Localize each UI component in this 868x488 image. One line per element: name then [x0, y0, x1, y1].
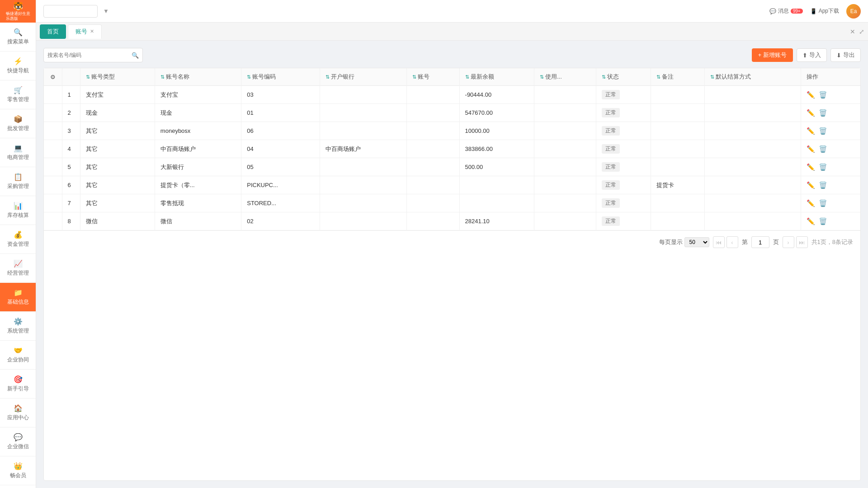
col-default-settle[interactable]: ⇅默认结算方式 — [704, 68, 801, 86]
accounts-table: ⚙ ⇅账号类型 ⇅账号名称 ⇅账号编码 ⇅开户银行 ⇅账号 ⇅最新余额 ⇅使用.… — [44, 68, 860, 230]
sidebar-item-label: 应用中心 — [7, 414, 29, 422]
row-account-code: 02 — [241, 212, 320, 230]
tab-right-actions: ✕ ⤢ — [850, 28, 864, 35]
row-account-code: 05 — [241, 158, 320, 176]
sidebar-item-label: 系统管理 — [7, 327, 29, 335]
header-search-input[interactable] — [43, 5, 98, 18]
user-avatar[interactable]: Ea — [846, 4, 861, 19]
export-button[interactable]: ⬇ 导出 — [830, 48, 861, 62]
sidebar-item-label: 基础信息 — [7, 298, 29, 306]
col-usage[interactable]: ⇅使用... — [534, 68, 596, 86]
header-left: ▼ — [43, 5, 109, 18]
edit-icon[interactable]: ✏️ — [807, 91, 815, 99]
edit-icon[interactable]: ✏️ — [807, 109, 815, 117]
row-remark — [651, 212, 704, 230]
sidebar-item-retail-mgmt[interactable]: 🛒 零售管理 — [0, 80, 36, 109]
dropdown-arrow-icon[interactable]: ▼ — [103, 8, 109, 14]
delete-icon[interactable]: 🗑️ — [819, 127, 827, 135]
last-page-button[interactable]: ⏭ — [796, 236, 808, 248]
row-action: ✏️ 🗑️ — [801, 212, 860, 230]
sidebar-item-basic-info[interactable]: 📁 基础信息 — [0, 283, 36, 312]
tab-account[interactable]: 账号 ✕ — [68, 24, 102, 39]
message-button[interactable]: 💬 消息 99+ — [769, 7, 803, 15]
edit-icon[interactable]: ✏️ — [807, 199, 815, 207]
sidebar-item-app-center[interactable]: 🏠 应用中心 — [0, 399, 36, 427]
page-word: 第 — [742, 238, 748, 246]
sidebar-item-label: 新手引导 — [7, 385, 29, 393]
status-badge: 正常 — [602, 162, 620, 172]
tab-close-all-icon[interactable]: ✕ — [850, 28, 855, 35]
message-badge: 99+ — [791, 9, 803, 14]
sidebar-item-quick-nav[interactable]: ⚡ 快捷导航 — [0, 52, 36, 80]
tab-home[interactable]: 首页 — [40, 24, 66, 39]
sidebar-item-new-guide[interactable]: 🎯 新手引导 — [0, 370, 36, 399]
row-num: 8 — [62, 212, 80, 230]
edit-icon[interactable]: ✏️ — [807, 163, 815, 171]
delete-icon[interactable]: 🗑️ — [819, 91, 827, 99]
table-row: 7 其它 零售抵现 STORED... 正常 ✏️ 🗑️ — [44, 194, 860, 212]
import-button[interactable]: ⬆ 导入 — [797, 48, 827, 62]
row-usage — [534, 104, 596, 122]
col-gear[interactable]: ⚙ — [44, 68, 62, 86]
col-account-no[interactable]: ⇅账号 — [406, 68, 459, 86]
col-status[interactable]: ⇅状态 — [596, 68, 651, 86]
add-account-button[interactable]: + 新增账号 — [752, 48, 793, 62]
edit-icon[interactable]: ✏️ — [807, 145, 815, 153]
row-status: 正常 — [596, 176, 651, 194]
edit-icon[interactable]: ✏️ — [807, 217, 815, 225]
prev-page-button[interactable]: ‹ — [726, 236, 738, 248]
page-number-input[interactable] — [751, 236, 769, 248]
col-account-code[interactable]: ⇅账号编码 — [241, 68, 320, 86]
first-page-button[interactable]: ⏮ — [713, 236, 725, 248]
tab-expand-icon[interactable]: ⤢ — [859, 28, 864, 35]
status-badge: 正常 — [602, 126, 620, 136]
sidebar-item-ops-mgmt[interactable]: 📈 经营管理 — [0, 254, 36, 283]
delete-icon[interactable]: 🗑️ — [819, 109, 827, 117]
sidebar-item-wholesale-mgmt[interactable]: 📦 批发管理 — [0, 109, 36, 138]
edit-icon[interactable]: ✏️ — [807, 181, 815, 189]
sidebar-item-inventory-calc[interactable]: 📊 库存核算 — [0, 196, 36, 225]
sidebar-item-ecommerce-mgmt[interactable]: 💻 电商管理 — [0, 138, 36, 167]
search-icon[interactable]: 🔍 — [132, 52, 139, 59]
row-account-no — [406, 212, 459, 230]
col-remark[interactable]: ⇅备注 — [651, 68, 704, 86]
row-account-no — [406, 140, 459, 158]
row-num: 4 — [62, 140, 80, 158]
row-account-name: 零售抵现 — [155, 194, 241, 212]
import-icon: ⬆ — [802, 52, 807, 59]
col-bank[interactable]: ⇅开户银行 — [320, 68, 406, 86]
row-bank — [320, 212, 406, 230]
row-account-code: 01 — [241, 104, 320, 122]
sidebar-item-search-menu[interactable]: 🔍 搜索菜单 — [0, 23, 36, 52]
row-select — [44, 104, 62, 122]
delete-icon[interactable]: 🗑️ — [819, 199, 827, 207]
next-page-button[interactable]: › — [783, 236, 794, 248]
col-account-name[interactable]: ⇅账号名称 — [155, 68, 241, 86]
tab-close-icon[interactable]: ✕ — [90, 28, 94, 34]
col-account-type[interactable]: ⇅账号类型 — [80, 68, 155, 86]
add-account-label: + 新增账号 — [758, 51, 787, 59]
col-balance[interactable]: ⇅最新余额 — [459, 68, 534, 86]
delete-icon[interactable]: 🗑️ — [819, 145, 827, 153]
delete-icon[interactable]: 🗑️ — [819, 181, 827, 189]
delete-icon[interactable]: 🗑️ — [819, 217, 827, 225]
sidebar-item-capital-mgmt[interactable]: 💰 资金管理 — [0, 225, 36, 254]
sys-mgmt-icon: ⚙️ — [14, 317, 23, 326]
sidebar-item-vip-member[interactable]: 👑 畅会员 — [0, 456, 36, 485]
sidebar-item-enterprise-agreement[interactable]: 🤝 企业协同 — [0, 341, 36, 370]
row-status: 正常 — [596, 104, 651, 122]
delete-icon[interactable]: 🗑️ — [819, 163, 827, 171]
sidebar-item-enterprise-wechat[interactable]: 💬 企业微信 — [0, 427, 36, 456]
edit-icon[interactable]: ✏️ — [807, 127, 815, 135]
row-account-name: 中百商场账户 — [155, 140, 241, 158]
sidebar-item-sys-mgmt[interactable]: ⚙️ 系统管理 — [0, 312, 36, 341]
row-usage — [534, 176, 596, 194]
page-size-select[interactable]: 50 100 200 — [684, 237, 709, 247]
app-download-button[interactable]: 📱 App下载 — [810, 7, 839, 15]
row-action: ✏️ 🗑️ — [801, 86, 860, 104]
sidebar-item-label: 企业协同 — [7, 356, 29, 364]
row-account-name: 微信 — [155, 212, 241, 230]
row-num: 5 — [62, 158, 80, 176]
search-input[interactable] — [47, 52, 132, 58]
sidebar-item-purchase-mgmt[interactable]: 📋 采购管理 — [0, 167, 36, 196]
